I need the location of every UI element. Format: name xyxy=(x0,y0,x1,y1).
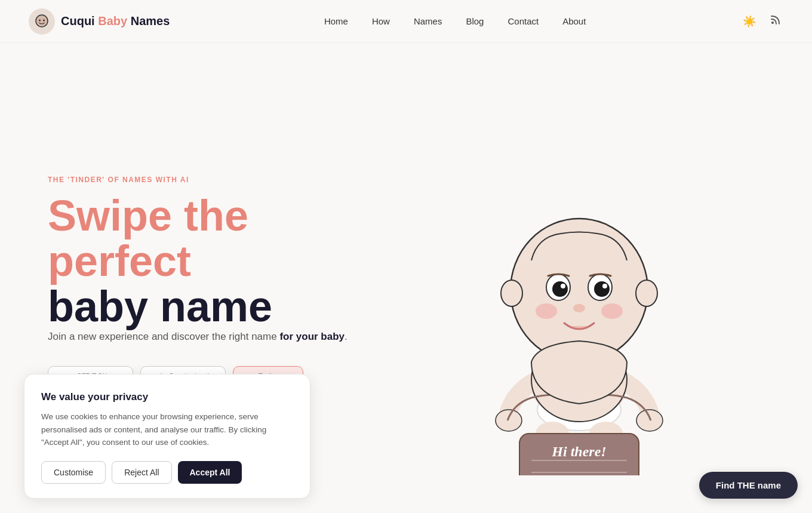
nav-actions: ☀️ xyxy=(740,12,783,30)
svg-point-25 xyxy=(501,280,522,306)
nav-home[interactable]: Home xyxy=(324,16,348,26)
logo-icon xyxy=(29,8,55,35)
svg-point-19 xyxy=(594,281,610,297)
find-name-button[interactable]: Find THE name xyxy=(699,472,798,499)
svg-point-23 xyxy=(536,303,557,319)
theme-toggle-button[interactable]: ☀️ xyxy=(740,13,758,30)
rss-icon xyxy=(770,16,781,27)
svg-point-20 xyxy=(561,284,565,288)
svg-point-24 xyxy=(601,303,623,319)
svg-point-2 xyxy=(43,19,45,21)
svg-rect-33 xyxy=(567,350,591,368)
svg-point-5 xyxy=(771,21,774,24)
svg-point-12 xyxy=(496,410,522,431)
hero-subtitle: Join a new experience and discover the r… xyxy=(48,329,370,345)
baby-image: Hi there! xyxy=(454,129,705,475)
cookie-text: We use cookies to enhance your browsing … xyxy=(41,410,293,449)
logo-text: Cuqui Baby Names xyxy=(61,14,170,28)
nav-blog[interactable]: Blog xyxy=(466,16,484,26)
cookie-banner: We value your privacy We use cookies to … xyxy=(24,374,310,499)
nav-links: Home How Names Blog Contact About xyxy=(324,16,586,27)
rss-button[interactable] xyxy=(768,12,783,30)
accept-all-button[interactable]: Accept All xyxy=(178,461,242,484)
svg-point-1 xyxy=(39,19,41,21)
svg-point-4 xyxy=(44,21,46,23)
hero-illustration: Hi there! xyxy=(394,117,764,475)
customise-button[interactable]: Customise xyxy=(41,461,106,484)
nav-how[interactable]: How xyxy=(372,16,390,26)
cookie-actions: Customise Reject All Accept All xyxy=(41,461,293,484)
svg-point-13 xyxy=(636,410,663,431)
nav-about[interactable]: About xyxy=(562,16,586,26)
hero-title: Swipe the perfect baby name xyxy=(48,193,370,329)
svg-text:Hi there!: Hi there! xyxy=(551,444,606,459)
svg-point-26 xyxy=(636,280,657,306)
reject-all-button[interactable]: Reject All xyxy=(112,461,171,484)
svg-point-0 xyxy=(36,15,48,27)
cookie-title: We value your privacy xyxy=(41,391,293,403)
svg-point-18 xyxy=(552,281,568,297)
svg-point-22 xyxy=(573,304,585,312)
navbar: Cuqui Baby Names Home How Names Blog Con… xyxy=(0,0,812,43)
nav-logo[interactable]: Cuqui Baby Names xyxy=(29,8,170,35)
hero-tag: THE 'TINDER' OF NAMES WITH AI xyxy=(48,176,370,184)
sun-icon: ☀️ xyxy=(743,16,756,27)
nav-contact[interactable]: Contact xyxy=(508,16,539,26)
nav-names[interactable]: Names xyxy=(414,16,442,26)
svg-point-21 xyxy=(602,284,607,288)
svg-point-3 xyxy=(38,21,40,23)
